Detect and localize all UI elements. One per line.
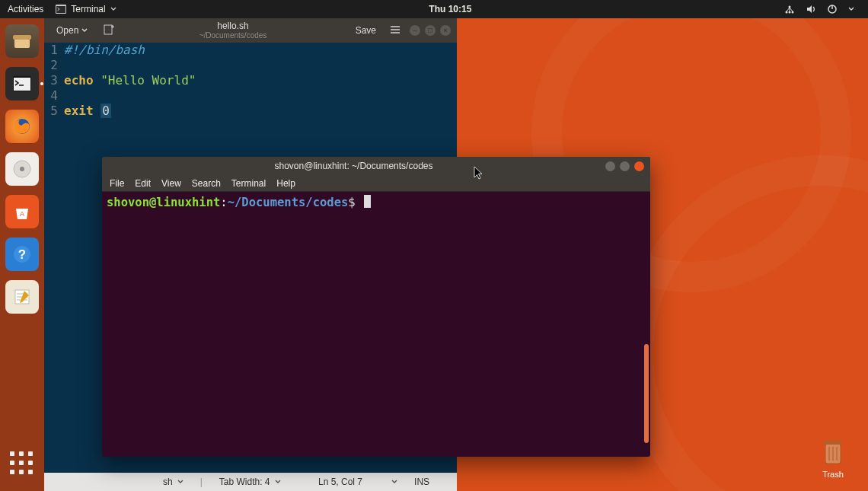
svg-point-15	[20, 167, 24, 171]
window-close-button[interactable]	[634, 161, 644, 171]
window-maximize-button[interactable]: □	[425, 25, 436, 36]
cursor-position[interactable]: Ln 5, Col 7	[318, 477, 397, 487]
chevron-down-icon	[81, 27, 88, 33]
power-icon[interactable]	[827, 4, 838, 14]
gedit-subtitle: ~/Documents/codes	[124, 31, 341, 40]
gedit-title: hello.sh ~/Documents/codes	[124, 21, 341, 40]
language-label: sh	[163, 477, 173, 487]
terminal-cursor	[364, 195, 371, 208]
clock[interactable]: Thu 10:15	[116, 4, 784, 14]
window-maximize-button[interactable]	[620, 161, 630, 171]
launcher-text-editor[interactable]	[5, 280, 39, 314]
svg-rect-9	[13, 35, 31, 40]
line-gutter: 1 2 3 4 5	[44, 43, 62, 119]
chevron-down-icon	[177, 479, 183, 485]
shell-prompt: shovon@linuxhint:~/Documents/codes$	[107, 196, 362, 209]
gedit-filename: hello.sh	[124, 21, 341, 31]
launcher-dock: A ?	[0, 18, 44, 491]
terminal-title: shovon@linuxhint: ~/Documents/codes	[102, 161, 605, 171]
terminal-body[interactable]: shovon@linuxhint:~/Documents/codes$	[102, 192, 650, 457]
gnome-topbar: Activities Terminal Thu 10:15	[0, 0, 868, 18]
launcher-software[interactable]: A	[5, 195, 39, 228]
cursor-position-label: Ln 5, Col 7	[318, 477, 362, 487]
network-icon[interactable]	[784, 4, 795, 14]
activities-button[interactable]: Activities	[8, 4, 43, 14]
launcher-rhythmbox[interactable]	[5, 152, 39, 186]
scrollbar-thumb[interactable]	[644, 344, 649, 443]
launcher-firefox[interactable]	[5, 110, 39, 143]
chevron-down-icon	[110, 6, 116, 12]
launcher-terminal[interactable]	[5, 67, 39, 100]
shopping-bag-icon: A	[12, 202, 32, 221]
terminal-icon	[56, 5, 66, 14]
terminal-icon	[11, 75, 33, 93]
menu-file[interactable]: File	[110, 178, 124, 189]
tab-width-selector[interactable]: Tab Width: 4	[219, 477, 281, 487]
chevron-down-icon	[275, 479, 281, 485]
show-applications-button[interactable]	[5, 447, 39, 480]
hamburger-menu-button[interactable]	[390, 25, 400, 37]
trash-icon	[819, 436, 847, 467]
files-icon	[11, 32, 33, 50]
svg-text:?: ?	[18, 247, 26, 262]
insert-mode[interactable]: INS	[414, 477, 429, 487]
app-menu-label: Terminal	[71, 4, 105, 14]
new-tab-button[interactable]	[103, 24, 115, 37]
hamburger-icon	[390, 25, 400, 34]
open-button[interactable]: Open	[50, 22, 94, 39]
notepad-icon	[12, 287, 32, 307]
svg-rect-24	[824, 441, 842, 445]
menu-search[interactable]: Search	[192, 178, 221, 189]
code-content: #!/bin/bash echo "Hello World" exit 0	[62, 43, 196, 119]
volume-icon[interactable]	[806, 4, 816, 14]
window-minimize-button[interactable]	[605, 161, 615, 171]
terminal-menubar: File Edit View Search Terminal Help	[102, 175, 650, 192]
launcher-files[interactable]	[5, 24, 39, 58]
chevron-down-icon	[391, 479, 397, 485]
menu-edit[interactable]: Edit	[135, 178, 151, 189]
language-selector[interactable]: sh	[163, 477, 183, 487]
music-cd-icon	[12, 159, 32, 179]
svg-rect-28	[104, 25, 112, 34]
app-menu[interactable]: Terminal	[56, 4, 116, 14]
svg-text:A: A	[20, 210, 24, 218]
menu-terminal[interactable]: Terminal	[231, 178, 266, 189]
window-close-button[interactable]: ×	[440, 25, 451, 36]
chevron-down-icon	[848, 6, 854, 12]
tab-width-label: Tab Width: 4	[219, 477, 270, 487]
terminal-window: shovon@linuxhint: ~/Documents/codes File…	[102, 157, 650, 457]
help-icon: ?	[12, 244, 32, 264]
open-label: Open	[56, 25, 78, 36]
gedit-headerbar: Open hello.sh ~/Documents/codes Save – □…	[44, 18, 457, 43]
svg-rect-1	[56, 6, 65, 13]
menu-view[interactable]: View	[161, 178, 181, 189]
gedit-statusbar: sh | Tab Width: 4 Ln 5, Col 7 INS	[44, 473, 457, 491]
window-minimize-button[interactable]: –	[410, 25, 420, 36]
firefox-icon	[11, 115, 34, 138]
editor-area[interactable]: 1 2 3 4 5 #!/bin/bash echo "Hello World"…	[44, 43, 457, 119]
launcher-help[interactable]: ?	[5, 238, 39, 271]
trash-label: Trash	[819, 470, 847, 479]
save-button[interactable]: Save	[351, 22, 381, 39]
menu-help[interactable]: Help	[276, 178, 295, 189]
desktop-trash[interactable]: Trash	[819, 436, 847, 479]
new-document-icon	[103, 24, 115, 35]
terminal-titlebar[interactable]: shovon@linuxhint: ~/Documents/codes	[102, 157, 650, 175]
